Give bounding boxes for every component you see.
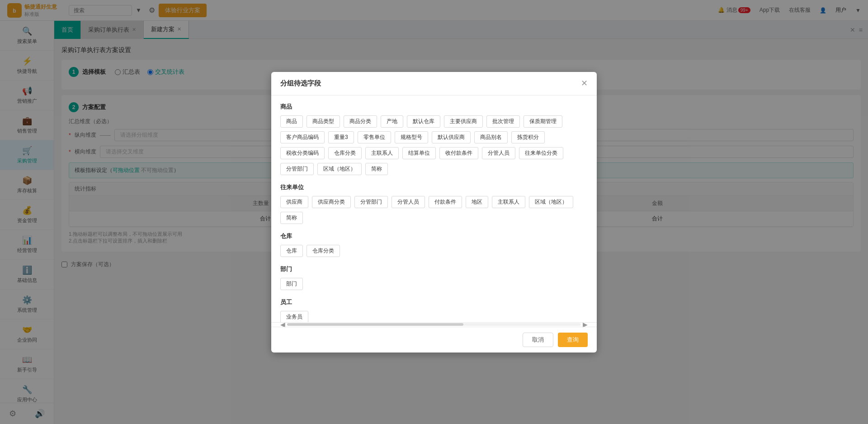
section-goods-title: 商品 bbox=[280, 103, 588, 111]
modal-footer: 取消 查询 bbox=[271, 327, 597, 353]
tag-partner-dept[interactable]: 分管部门 bbox=[354, 196, 388, 208]
tag-tax-code[interactable]: 税收分类编码 bbox=[280, 147, 325, 159]
section-partner: 往来单位 供应商 供应商分类 分管部门 分管人员 付款条件 地区 主联系人 区域… bbox=[280, 183, 588, 224]
tag-main-supplier[interactable]: 主要供应商 bbox=[444, 115, 483, 128]
section-warehouse-title: 仓库 bbox=[280, 232, 588, 240]
tag-warehouse-cat[interactable]: 仓库分类 bbox=[307, 245, 340, 257]
tag-goods-alias[interactable]: 商品别名 bbox=[474, 131, 508, 143]
tag-supplier[interactable]: 供应商 bbox=[280, 196, 308, 208]
tag-origin[interactable]: 产地 bbox=[381, 115, 403, 128]
tag-settlement-unit[interactable]: 结算单位 bbox=[402, 147, 436, 159]
tag-default-warehouse[interactable]: 默认仓库 bbox=[407, 115, 440, 128]
tag-partner-category[interactable]: 往来单位分类 bbox=[519, 147, 563, 159]
tag-goods-category[interactable]: 商品分类 bbox=[344, 115, 377, 128]
modal-cancel-button[interactable]: 取消 bbox=[523, 333, 553, 347]
partner-field-tags: 供应商 供应商分类 分管部门 分管人员 付款条件 地区 主联系人 区域（地区） … bbox=[280, 196, 588, 224]
tag-supplier-category[interactable]: 供应商分类 bbox=[312, 196, 351, 208]
tag-batch-mgmt[interactable]: 批次管理 bbox=[486, 115, 520, 128]
tag-warehouse[interactable]: 仓库 bbox=[280, 245, 303, 257]
tag-goods-type[interactable]: 商品类型 bbox=[307, 115, 340, 128]
employee-field-tags: 业务员 bbox=[280, 311, 588, 322]
tag-partner-supervisor[interactable]: 分管人员 bbox=[392, 196, 425, 208]
hscroll-track bbox=[287, 323, 581, 326]
tag-pick-points[interactable]: 拣货积分 bbox=[511, 131, 545, 143]
tag-partner-contact[interactable]: 主联系人 bbox=[492, 196, 525, 208]
tag-goods[interactable]: 商品 bbox=[280, 115, 303, 128]
tag-weight[interactable]: 重量3 bbox=[328, 131, 354, 143]
modal-hscroll[interactable]: ◀ ▶ bbox=[271, 322, 597, 327]
section-employee-title: 员工 bbox=[280, 298, 588, 306]
tag-default-supplier[interactable]: 默认供应商 bbox=[432, 131, 471, 143]
modal-close-button[interactable]: ✕ bbox=[581, 79, 588, 87]
tag-partner-region[interactable]: 区域（地区） bbox=[529, 196, 573, 208]
section-department: 部门 部门 bbox=[280, 265, 588, 290]
warehouse-field-tags: 仓库 仓库分类 bbox=[280, 245, 588, 257]
tag-retail-unit[interactable]: 零售单位 bbox=[358, 131, 391, 143]
tag-short-name[interactable]: 简称 bbox=[365, 163, 388, 175]
tag-dept[interactable]: 分管部门 bbox=[280, 163, 314, 175]
modal-header: 分组待选字段 ✕ bbox=[271, 72, 597, 95]
section-warehouse: 仓库 仓库 仓库分类 bbox=[280, 232, 588, 257]
goods-field-tags: 商品 商品类型 商品分类 产地 默认仓库 主要供应商 批次管理 保质期管理 客户… bbox=[280, 115, 588, 175]
hscroll-thumb bbox=[287, 323, 463, 326]
section-employee: 员工 业务员 bbox=[280, 298, 588, 322]
tag-spec-model[interactable]: 规格型号 bbox=[395, 131, 428, 143]
tag-payment-condition[interactable]: 付款条件 bbox=[429, 196, 462, 208]
field-select-modal: 分组待选字段 ✕ 商品 商品 商品类型 商品分类 产地 默认仓库 主要供应商 批… bbox=[271, 72, 597, 353]
modal-body[interactable]: 商品 商品 商品类型 商品分类 产地 默认仓库 主要供应商 批次管理 保质期管理… bbox=[271, 95, 597, 322]
tag-main-contact[interactable]: 主联系人 bbox=[365, 147, 399, 159]
section-goods: 商品 商品 商品类型 商品分类 产地 默认仓库 主要供应商 批次管理 保质期管理… bbox=[280, 103, 588, 175]
tag-supervisor[interactable]: 分管人员 bbox=[482, 147, 515, 159]
tag-salesperson[interactable]: 业务员 bbox=[280, 311, 308, 322]
modal-title: 分组待选字段 bbox=[280, 79, 321, 88]
tag-region[interactable]: 区域（地区） bbox=[317, 163, 362, 175]
modal-confirm-button[interactable]: 查询 bbox=[558, 333, 588, 347]
tag-quality-mgmt[interactable]: 保质期管理 bbox=[524, 115, 562, 128]
tag-payment-terms[interactable]: 收付款条件 bbox=[439, 147, 478, 159]
modal-overlay: 分组待选字段 ✕ 商品 商品 商品类型 商品分类 产地 默认仓库 主要供应商 批… bbox=[0, 0, 868, 424]
tag-area[interactable]: 地区 bbox=[466, 196, 488, 208]
tag-customer-code[interactable]: 客户商品编码 bbox=[280, 131, 325, 143]
tag-warehouse-category[interactable]: 仓库分类 bbox=[328, 147, 362, 159]
section-dept-title: 部门 bbox=[280, 265, 588, 273]
tag-partner-shortname[interactable]: 简称 bbox=[280, 212, 303, 224]
tag-department[interactable]: 部门 bbox=[280, 278, 303, 290]
dept-field-tags: 部门 bbox=[280, 278, 588, 290]
section-partner-title: 往来单位 bbox=[280, 183, 588, 191]
